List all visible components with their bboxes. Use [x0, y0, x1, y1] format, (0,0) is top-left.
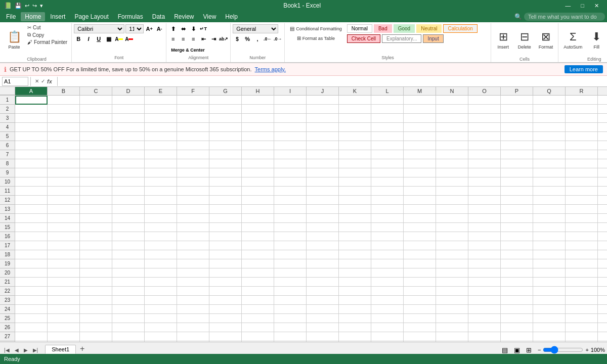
- cell-F20[interactable]: [177, 268, 209, 278]
- cell-L4[interactable]: [371, 123, 404, 132]
- copy-button[interactable]: ⧉ Copy: [25, 31, 69, 38]
- cell-P21[interactable]: [501, 278, 533, 287]
- cell-F5[interactable]: [177, 132, 209, 141]
- row-num-8[interactable]: 8: [0, 159, 15, 168]
- view-pagebreak-icon[interactable]: ⊞: [526, 346, 532, 354]
- cell-R17[interactable]: [566, 241, 598, 250]
- row-num-14[interactable]: 14: [0, 214, 15, 223]
- cell-J17[interactable]: [307, 241, 339, 250]
- cell-K18[interactable]: [339, 250, 371, 259]
- cell-D12[interactable]: [112, 196, 145, 205]
- cell-S9[interactable]: [598, 168, 607, 177]
- row-num-17[interactable]: 17: [0, 241, 15, 250]
- cell-G8[interactable]: [209, 159, 242, 168]
- cell-D14[interactable]: [112, 214, 145, 223]
- comma-button[interactable]: ,: [253, 34, 262, 43]
- cell-C7[interactable]: [80, 150, 112, 159]
- cell-C18[interactable]: [80, 250, 112, 259]
- style-calculation[interactable]: Calculation: [443, 24, 477, 33]
- cell-E13[interactable]: [145, 205, 177, 214]
- cell-R3[interactable]: [566, 114, 598, 123]
- cell-R6[interactable]: [566, 141, 598, 150]
- cell-L22[interactable]: [371, 287, 404, 296]
- cell-N9[interactable]: [436, 168, 468, 177]
- cell-K25[interactable]: [339, 314, 371, 323]
- cell-A25[interactable]: [15, 314, 48, 323]
- cell-N27[interactable]: [436, 332, 468, 341]
- cell-K10[interactable]: [339, 177, 371, 187]
- cell-Q6[interactable]: [533, 141, 566, 150]
- cell-D23[interactable]: [112, 296, 145, 305]
- row-num-6[interactable]: 6: [0, 141, 15, 150]
- cell-F13[interactable]: [177, 205, 209, 214]
- cell-J16[interactable]: [307, 232, 339, 241]
- cell-E14[interactable]: [145, 214, 177, 223]
- menu-review[interactable]: Review: [170, 12, 198, 21]
- cell-G24[interactable]: [209, 305, 242, 314]
- quick-save-icon[interactable]: 💾: [15, 3, 22, 9]
- cell-H25[interactable]: [242, 314, 274, 323]
- cell-Q11[interactable]: [533, 187, 566, 196]
- cell-L10[interactable]: [371, 177, 404, 187]
- cell-K1[interactable]: [339, 96, 371, 105]
- cell-D13[interactable]: [112, 205, 145, 214]
- cell-K21[interactable]: [339, 278, 371, 287]
- cell-R15[interactable]: [566, 223, 598, 232]
- cell-F14[interactable]: [177, 214, 209, 223]
- cell-F4[interactable]: [177, 123, 209, 132]
- format-button[interactable]: ⊠ Format: [536, 24, 556, 57]
- cell-G3[interactable]: [209, 114, 242, 123]
- cell-A17[interactable]: [15, 241, 48, 250]
- wrap-text-button[interactable]: ↵T: [199, 24, 208, 33]
- cell-A11[interactable]: [15, 187, 48, 196]
- cell-C1[interactable]: [80, 96, 112, 105]
- cell-B17[interactable]: [48, 241, 80, 250]
- cell-H20[interactable]: [242, 268, 274, 278]
- cell-S19[interactable]: [598, 259, 607, 268]
- cell-C6[interactable]: [80, 141, 112, 150]
- cell-E9[interactable]: [145, 168, 177, 177]
- col-header-R[interactable]: R: [566, 87, 598, 95]
- formula-cancel-icon[interactable]: ✕: [35, 78, 39, 84]
- cell-K14[interactable]: [339, 214, 371, 223]
- cell-R5[interactable]: [566, 132, 598, 141]
- orientation-button[interactable]: ab↗: [219, 34, 228, 43]
- cell-O18[interactable]: [468, 250, 501, 259]
- cell-F27[interactable]: [177, 332, 209, 341]
- cell-I11[interactable]: [274, 187, 307, 196]
- cell-Q12[interactable]: [533, 196, 566, 205]
- format-as-table-button[interactable]: ⊞ Format as Table: [287, 34, 345, 42]
- cell-N1[interactable]: [436, 96, 468, 105]
- cell-N7[interactable]: [436, 150, 468, 159]
- accounting-button[interactable]: $: [233, 34, 242, 43]
- cell-F10[interactable]: [177, 177, 209, 187]
- cell-S26[interactable]: [598, 323, 607, 332]
- row-num-26[interactable]: 26: [0, 323, 15, 332]
- cell-H7[interactable]: [242, 150, 274, 159]
- cell-D26[interactable]: [112, 323, 145, 332]
- cell-L12[interactable]: [371, 196, 404, 205]
- close-button[interactable]: ✕: [590, 3, 603, 9]
- cell-H9[interactable]: [242, 168, 274, 177]
- cell-G25[interactable]: [209, 314, 242, 323]
- menu-file[interactable]: File: [2, 12, 20, 21]
- cell-H23[interactable]: [242, 296, 274, 305]
- fill-button[interactable]: ⬇ Fill: [586, 24, 606, 57]
- cell-F8[interactable]: [177, 159, 209, 168]
- cell-P8[interactable]: [501, 159, 533, 168]
- cell-L26[interactable]: [371, 323, 404, 332]
- cell-E21[interactable]: [145, 278, 177, 287]
- cell-L8[interactable]: [371, 159, 404, 168]
- cell-J23[interactable]: [307, 296, 339, 305]
- style-bad[interactable]: Bad: [374, 24, 392, 33]
- cell-L17[interactable]: [371, 241, 404, 250]
- col-header-A[interactable]: A: [15, 87, 48, 95]
- cell-Q7[interactable]: [533, 150, 566, 159]
- cell-P22[interactable]: [501, 287, 533, 296]
- cell-P26[interactable]: [501, 323, 533, 332]
- style-check-cell[interactable]: Check Cell: [347, 34, 380, 43]
- cell-I3[interactable]: [274, 114, 307, 123]
- cell-R27[interactable]: [566, 332, 598, 341]
- cell-P12[interactable]: [501, 196, 533, 205]
- row-num-7[interactable]: 7: [0, 150, 15, 159]
